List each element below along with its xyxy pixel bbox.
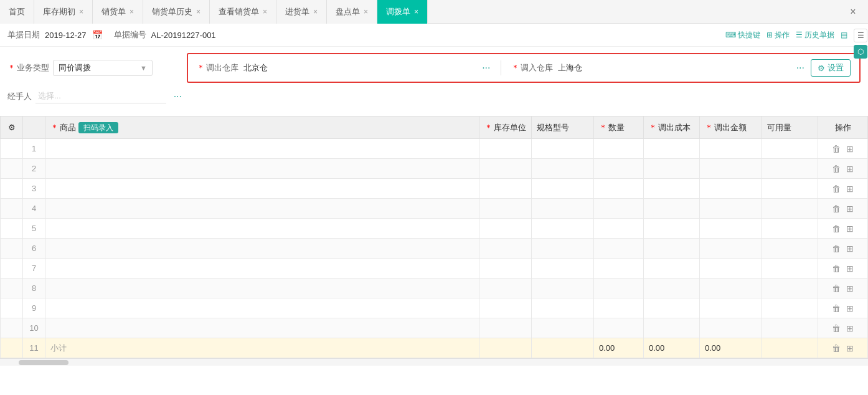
copy-icon[interactable]: ⊞	[846, 264, 854, 274]
tab-transfer-close[interactable]: ×	[414, 7, 418, 16]
tab-view-sales-close[interactable]: ×	[263, 7, 267, 16]
shortcuts-button[interactable]: ⌨ 快捷键	[725, 30, 760, 40]
delete-icon[interactable]: 🗑	[832, 164, 841, 174]
row-qty-cell[interactable]	[594, 139, 644, 159]
delete-icon[interactable]: 🗑	[832, 264, 841, 274]
row-amount-cell[interactable]	[700, 259, 762, 278]
row-cost-cell[interactable]	[644, 278, 700, 298]
row-amount-cell[interactable]	[700, 159, 762, 179]
row-qty-cell[interactable]	[594, 219, 644, 239]
copy-icon[interactable]: ⊞	[846, 303, 854, 313]
row-qty-cell[interactable]	[594, 199, 644, 219]
row-qty-cell[interactable]	[594, 159, 644, 179]
delete-icon[interactable]: 🗑	[832, 343, 841, 353]
warehouse-in-more-icon[interactable]: ···	[796, 62, 804, 74]
row-product-cell[interactable]	[45, 259, 479, 278]
copy-icon[interactable]: ⊞	[846, 184, 854, 194]
row-gear-cell	[1, 219, 23, 239]
row-amount-cell[interactable]	[700, 318, 762, 338]
col-header-cost: ＊调出成本	[644, 117, 700, 139]
row-cost-cell[interactable]	[644, 179, 700, 199]
row-amount-cell[interactable]	[700, 199, 762, 219]
row-qty-cell[interactable]	[594, 318, 644, 338]
tab-transfer[interactable]: 调拨单 ×	[377, 0, 428, 24]
tab-purchase-close[interactable]: ×	[313, 7, 318, 16]
delete-icon[interactable]: 🗑	[832, 244, 841, 254]
tab-inventory-init-close[interactable]: ×	[79, 7, 83, 16]
warehouse-out-more-icon[interactable]: ···	[482, 62, 490, 74]
settings-button[interactable]: ⚙ 设置	[811, 59, 851, 77]
tab-inventory[interactable]: 盘点单 ×	[327, 0, 377, 24]
row-qty-cell[interactable]	[594, 179, 644, 199]
delete-icon[interactable]: 🗑	[832, 283, 841, 293]
scan-entry-button[interactable]: 扫码录入	[78, 122, 118, 133]
tab-home[interactable]: 首页	[0, 0, 34, 24]
operations-button[interactable]: ⊞ 操作	[767, 30, 790, 40]
copy-icon[interactable]: ⊞	[846, 224, 854, 234]
horizontal-scrollbar[interactable]	[0, 358, 868, 366]
tab-inventory-close[interactable]: ×	[364, 7, 368, 16]
col-header-gear[interactable]: ⚙	[1, 117, 23, 139]
sidebar-list-icon[interactable]: ☰	[854, 29, 867, 42]
delete-icon[interactable]: 🗑	[832, 144, 841, 154]
delete-icon[interactable]: 🗑	[832, 204, 841, 214]
copy-icon[interactable]: ⊞	[846, 144, 854, 154]
tab-inventory-init[interactable]: 库存期初 ×	[34, 0, 93, 24]
row-cost-cell[interactable]	[644, 159, 700, 179]
row-cost-cell[interactable]	[644, 318, 700, 338]
layout-button1[interactable]: ▤	[841, 31, 847, 39]
copy-icon[interactable]: ⊞	[846, 343, 854, 353]
handler-input[interactable]: 选择...	[35, 89, 166, 103]
copy-icon[interactable]: ⊞	[846, 283, 854, 293]
handler-more-icon[interactable]: ···	[174, 91, 182, 102]
row-cost-cell[interactable]	[644, 199, 700, 219]
delete-icon[interactable]: 🗑	[832, 303, 841, 313]
row-cost-cell[interactable]	[644, 259, 700, 278]
tab-sales-history[interactable]: 销货单历史 ×	[143, 0, 210, 24]
row-qty-cell[interactable]	[594, 259, 644, 278]
row-product-cell[interactable]	[45, 318, 479, 338]
delete-icon[interactable]: 🗑	[832, 224, 841, 234]
gear-header-icon[interactable]: ⚙	[8, 123, 16, 132]
row-product-cell[interactable]	[45, 219, 479, 239]
business-type-select[interactable]: 同价调拨 ▼	[53, 60, 153, 76]
tab-sales-order-close[interactable]: ×	[130, 7, 134, 16]
required-star-in: ＊	[511, 63, 519, 72]
row-amount-cell[interactable]	[700, 179, 762, 199]
delete-icon[interactable]: 🗑	[832, 184, 841, 194]
row-product-cell[interactable]	[45, 139, 479, 159]
row-product-cell[interactable]	[45, 239, 479, 259]
calendar-icon[interactable]: 📅	[92, 29, 104, 41]
copy-icon[interactable]: ⊞	[846, 164, 854, 174]
delete-icon[interactable]: 🗑	[832, 323, 841, 333]
row-qty-cell[interactable]	[594, 298, 644, 318]
row-amount-cell[interactable]	[700, 219, 762, 239]
row-product-cell[interactable]	[45, 159, 479, 179]
row-cost-cell[interactable]	[644, 298, 700, 318]
tab-sales-order[interactable]: 销货单 ×	[93, 0, 143, 24]
row-amount-cell[interactable]	[700, 139, 762, 159]
row-cost-cell[interactable]	[644, 139, 700, 159]
row-qty-cell[interactable]	[594, 278, 644, 298]
row-qty-cell[interactable]	[594, 239, 644, 259]
copy-icon[interactable]: ⊞	[846, 244, 854, 254]
copy-icon[interactable]: ⊞	[846, 204, 854, 214]
scroll-thumb[interactable]	[19, 360, 68, 365]
row-product-cell[interactable]	[45, 199, 479, 219]
copy-icon[interactable]: ⊞	[846, 323, 854, 333]
row-amount-cell[interactable]	[700, 298, 762, 318]
row-product-cell[interactable]	[45, 179, 479, 199]
window-close-button[interactable]: ×	[843, 0, 863, 24]
tab-sales-history-close[interactable]: ×	[196, 7, 200, 16]
row-amount-cell[interactable]	[700, 278, 762, 298]
history-button[interactable]: ☰ 历史单据	[796, 30, 834, 40]
row-amount-cell[interactable]	[700, 239, 762, 259]
sidebar-expand-icon[interactable]: ⬡	[854, 45, 867, 59]
row-cost-cell[interactable]	[644, 219, 700, 239]
tab-view-sales[interactable]: 查看销货单 ×	[210, 0, 276, 24]
row-product-cell[interactable]	[45, 298, 479, 318]
table-header-row: ⚙ ＊商品 扫码录入 ＊库存单位 规格型号 ＊数量 ＊调出成本	[1, 117, 868, 139]
row-product-cell[interactable]	[45, 278, 479, 298]
tab-purchase[interactable]: 进货单 ×	[276, 0, 327, 24]
row-cost-cell[interactable]	[644, 239, 700, 259]
